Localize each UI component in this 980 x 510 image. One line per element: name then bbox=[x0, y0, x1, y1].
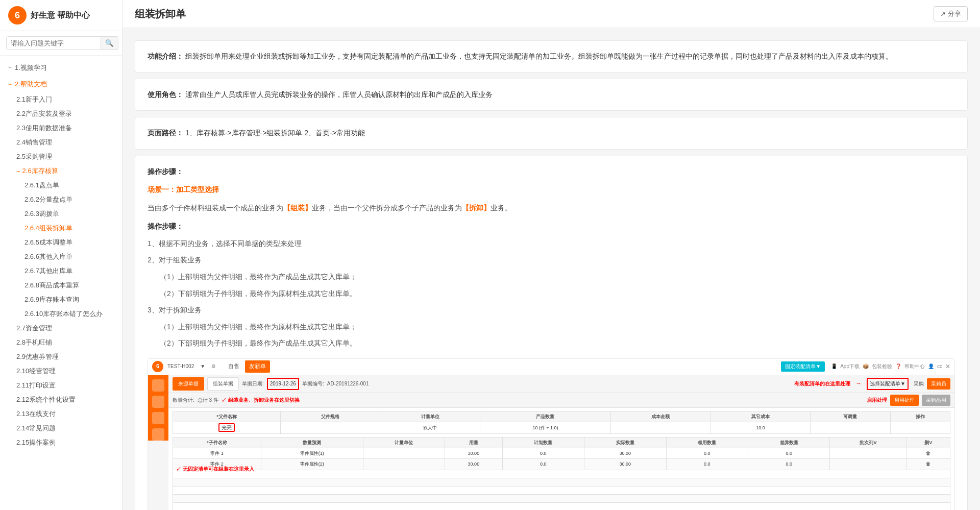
sidebar-sub-2-15[interactable]: 2.15操作案例 bbox=[0, 435, 122, 450]
app-id: TEST-H002 bbox=[167, 362, 194, 371]
steps-title: 操作步骤： bbox=[148, 165, 955, 178]
share-icon: ↗ bbox=[940, 10, 946, 18]
sidebar-sub-2-6-4[interactable]: 2.6.4组装拆卸单 bbox=[0, 221, 122, 235]
child-row-5 bbox=[173, 486, 950, 494]
minus-icon-2: − bbox=[8, 81, 12, 88]
app-help-label: 帮助中心 bbox=[904, 362, 925, 371]
role-text: 通常由生产人员或库管人员完成拆装业务的操作，库管人员确认原材料的出库和产成品的入… bbox=[185, 90, 493, 99]
app-date-label: 单据日期: bbox=[242, 379, 264, 388]
child-plan-2: 0.0 bbox=[502, 459, 584, 470]
sidebar-sub-2-10[interactable]: 2.10经营管理 bbox=[0, 364, 122, 378]
th-child-actual: 实际数量 bbox=[584, 438, 666, 448]
child-del-2[interactable]: 🗑 bbox=[906, 459, 950, 470]
child-diff-1: 0.0 bbox=[748, 448, 830, 459]
th-parent-unit: 计量单位 bbox=[380, 411, 480, 422]
child-row-6 bbox=[173, 494, 950, 502]
search-button[interactable]: 🔍 bbox=[101, 36, 118, 50]
sidebar-sub-2-3[interactable]: 2.3使用前数据准备 bbox=[0, 121, 122, 135]
app-close-icon[interactable]: ✕ bbox=[945, 361, 950, 373]
sidebar-icon-2 bbox=[152, 396, 164, 408]
sidebar-sub-2-9[interactable]: 2.9优惠券管理 bbox=[0, 350, 122, 364]
sidebar-sub-2-2[interactable]: 2.2产品安装及登录 bbox=[0, 107, 122, 121]
sidebar-sub-2-6-3[interactable]: 2.6.3调拨单 bbox=[0, 207, 122, 221]
parent-name-1: 光亮 bbox=[173, 422, 281, 434]
sidebar-item-2[interactable]: − 2.帮助文档 bbox=[0, 76, 122, 92]
steps-card: 操作步骤： 场景一：加工类型选择 当由多个子件材料组装成一个成品的业务为【组装】… bbox=[135, 156, 968, 510]
intro-label: 功能介绍： bbox=[148, 52, 183, 60]
sidebar-sub-2-6-9[interactable]: 2.6.9库存账本查询 bbox=[0, 293, 122, 307]
path-card: 页面路径： 1、库存核算->库存管理->组装拆卸单 2、首页->常用功能 bbox=[135, 117, 968, 149]
th-child-unit: 计量单位 bbox=[363, 438, 445, 448]
app-fixed-list-btn[interactable]: 固定装配清单▼ bbox=[781, 361, 825, 372]
scenario1-title: 场景一：加工类型选择 bbox=[148, 185, 219, 193]
app-caigouyong-btn[interactable]: 采购品用 bbox=[922, 395, 950, 406]
app-settings-icon: ⚙ bbox=[211, 362, 216, 371]
child-diff-2: 0.0 bbox=[748, 459, 830, 470]
sidebar-sub-2-6-6[interactable]: 2.6.6其他入库单 bbox=[0, 250, 122, 264]
th-parent-avail: 可调量 bbox=[811, 411, 890, 422]
child-attr-1: 零件属性(1) bbox=[261, 448, 363, 459]
child-batch-2 bbox=[830, 459, 906, 470]
th-child-diff: 差异数量 bbox=[748, 438, 830, 448]
app-tab-zujiedan[interactable]: 来源单据 bbox=[173, 377, 204, 391]
app-avatar: 👤 bbox=[928, 362, 934, 371]
app-dl-label: App下载 bbox=[840, 362, 860, 371]
sidebar-sub-2-6-1[interactable]: 2.6.1盘点单 bbox=[0, 178, 122, 192]
app-num-value: AD-20191226-001 bbox=[327, 379, 369, 388]
app-tab-zujietype[interactable]: 组装单据 bbox=[207, 377, 239, 391]
app-table-child: *子件名称 数量预测 计量单位 用量 计划数量 实际数量 领用数量 差异数量 bbox=[173, 437, 950, 510]
sidebar-sub-2-6-10[interactable]: 2.6.10库存账本错了怎么办 bbox=[0, 307, 122, 321]
child-row-3 bbox=[173, 470, 950, 478]
app-topbar: 6 TEST-H002 ▼ ⚙ 自售 发新单 固定装配清单▼ bbox=[148, 359, 954, 375]
child-batch-1 bbox=[830, 448, 906, 459]
sidebar-sub-2-4[interactable]: 2.4销售管理 bbox=[0, 135, 122, 150]
sidebar-icon-4 bbox=[152, 428, 164, 441]
th-child-batch: 批次列V bbox=[830, 438, 906, 448]
sidebar-sub-2-14[interactable]: 2.14常见问题 bbox=[0, 421, 122, 435]
sidebar: 6 好生意 帮助中心 🔍 + 1.视频学习 − 2.帮助文档 2.1新手入门 2… bbox=[0, 0, 122, 510]
th-child-usage: 用量 bbox=[445, 438, 502, 448]
share-button[interactable]: ↗ 分享 bbox=[934, 6, 968, 21]
app-enable-btn[interactable]: 启用处理 bbox=[890, 395, 919, 406]
sidebar-sub-2-6[interactable]: − 2.6库存核算 bbox=[0, 164, 122, 178]
app-icon-1: 📱 bbox=[831, 362, 837, 371]
sidebar-sub-2-8[interactable]: 2.8手机旺铺 bbox=[0, 335, 122, 350]
sidebar-sub-2-12[interactable]: 2.12系统个性化设置 bbox=[0, 393, 122, 407]
parent-name-input[interactable]: 光亮 bbox=[218, 423, 235, 432]
sidebar-sub-2-1[interactable]: 2.1新手入门 bbox=[0, 92, 122, 107]
path-text: 1、库存核算->库存管理->组装拆卸单 2、首页->常用功能 bbox=[185, 129, 365, 137]
th-parent-qty: 产品数量 bbox=[480, 411, 610, 422]
search-input[interactable] bbox=[6, 36, 101, 50]
app-select-list-btn[interactable]: 选择装配清单▼ bbox=[867, 378, 909, 390]
th-parent-actions: 操作 bbox=[890, 411, 950, 422]
child-row-2: 零件 2 零件属性(2) 30.00 0.0 30.00 0.0 0.0 bbox=[173, 459, 950, 470]
app-caigou-btn[interactable]: 采购员 bbox=[927, 378, 950, 390]
sidebar-sub-2-5[interactable]: 2.5采购管理 bbox=[0, 150, 122, 164]
sidebar-sub-2-13[interactable]: 2.13在线支付 bbox=[0, 407, 122, 421]
th-child-attr: 数量预测 bbox=[261, 438, 363, 448]
search-bar: 🔍 bbox=[0, 31, 122, 56]
sidebar-sub-2-7[interactable]: 2.7资金管理 bbox=[0, 321, 122, 335]
annotation-no-list: ↙ 无固定清单可在组装在这里录入 bbox=[176, 465, 254, 474]
child-unit-2 bbox=[363, 459, 445, 470]
app-toolbar2: 数量合计: 总计 3 件 ↙ 组装业务、拆卸业务在这里切换 启用处理 启用处理 … bbox=[168, 393, 954, 408]
app-tab-faxindan[interactable]: 发新单 bbox=[245, 360, 270, 373]
sidebar-sub-2-6-7[interactable]: 2.6.7其他出库单 bbox=[0, 264, 122, 278]
child-usage-2: 30.00 bbox=[445, 459, 502, 470]
parent-avail-1 bbox=[811, 422, 890, 434]
child-del-1[interactable]: 🗑 bbox=[906, 448, 950, 459]
th-parent-spec: 父件规格 bbox=[280, 411, 380, 422]
app-pkg-label: 包装检验 bbox=[872, 362, 892, 371]
app-tab-zishou[interactable]: 自售 bbox=[224, 360, 243, 373]
intro-card: 功能介绍： 组装拆卸单用来处理企业组装或拆卸等加工业务，支持有固定装配清单的产品… bbox=[135, 40, 968, 72]
step-2-2: （2）下部明细为子件明细，最终作为原材料生成其它出库单。 bbox=[148, 287, 955, 301]
sidebar-sub-2-6-8[interactable]: 2.6.8商品成本重算 bbox=[0, 278, 122, 293]
logo-text: 好生意 帮助中心 bbox=[31, 10, 90, 21]
sidebar-sub-2-11[interactable]: 2.11打印设置 bbox=[0, 378, 122, 393]
sidebar-sub-2-6-2[interactable]: 2.6.2分量盘点单 bbox=[0, 192, 122, 207]
content-area: 功能介绍： 组装拆卸单用来处理企业组装或拆卸等加工业务，支持有固定装配清单的产品… bbox=[122, 28, 980, 510]
sidebar-sub-2-6-5[interactable]: 2.6.5成本调整单 bbox=[0, 235, 122, 250]
parent-action-1 bbox=[890, 422, 950, 434]
sidebar-item-1[interactable]: + 1.视频学习 bbox=[0, 60, 122, 76]
app-mid-area: 固定装配清单▼ bbox=[274, 361, 827, 372]
